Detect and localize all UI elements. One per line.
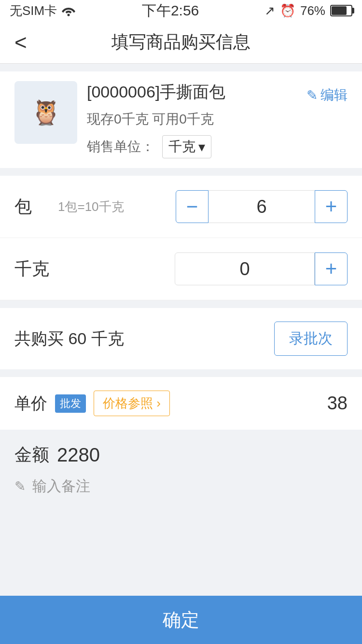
page-title: 填写商品购买信息 — [111, 30, 251, 54]
price-ref-button[interactable]: 价格参照 › — [94, 391, 170, 416]
carrier-text: 无SIM卡 — [10, 2, 57, 19]
summary-text: 共购买 60 千克 — [14, 328, 124, 350]
price-label: 单价 批发 价格参照 › — [14, 391, 170, 416]
price-section: 单价 批发 价格参照 › 38 — [0, 377, 362, 430]
amount-label: 金额 — [14, 443, 49, 467]
summary-section: 共购买 60 千克 录批次 — [0, 308, 362, 369]
product-unit-row: 销售单位： 千克 ▾ — [87, 135, 348, 158]
quantity-controls-kg: + — [175, 252, 348, 285]
plus-button-kg[interactable]: + — [315, 252, 348, 285]
remark-row[interactable]: ✎ 输入备注 — [14, 476, 348, 496]
quantity-label-bao: 包 — [14, 195, 53, 219]
remark-placeholder: 输入备注 — [32, 476, 90, 496]
status-right: ↗ ⏰ 76% — [265, 3, 352, 18]
quantity-section-bao: 包 1包=10千克 − + 千克 + — [0, 176, 362, 300]
svg-point-0 — [68, 14, 70, 16]
status-time: 下午2:56 — [142, 1, 199, 21]
back-button[interactable]: < — [14, 32, 27, 53]
status-bar: 无SIM卡 下午2:56 ↗ ⏰ 76% — [0, 0, 362, 21]
price-badge: 批发 — [55, 394, 86, 413]
unit-label: 销售单位： — [87, 138, 154, 156]
record-batch-button[interactable]: 录批次 — [274, 322, 348, 356]
quantity-row-kg: 千克 + — [0, 238, 362, 300]
product-image: 🦉 — [14, 81, 77, 144]
quantity-controls-bao: − + — [176, 190, 348, 223]
product-stock: 现存0千克 可用0千克 — [87, 110, 348, 128]
chevron-down-icon: ▾ — [198, 139, 205, 155]
location-icon: ↗ — [265, 3, 275, 18]
nav-bar: < 填写商品购买信息 — [0, 21, 362, 64]
price-value: 38 — [327, 393, 348, 414]
unit-value: 千克 — [168, 138, 195, 156]
product-logo-icon: 🦉 — [31, 98, 61, 126]
amount-row: 金额 2280 — [14, 443, 348, 467]
wifi-icon — [61, 5, 76, 16]
quantity-input-kg[interactable] — [175, 252, 315, 285]
plus-button-bao[interactable]: + — [315, 190, 348, 223]
edit-icon: ✎ — [306, 87, 318, 103]
edit-button[interactable]: ✎ 编辑 — [306, 86, 348, 104]
quantity-input-bao[interactable] — [209, 190, 315, 223]
quantity-label-kg: 千克 — [14, 257, 53, 281]
edit-label: 编辑 — [320, 86, 348, 104]
quantity-row-bao: 包 1包=10千克 − + — [0, 176, 362, 238]
product-section: 🦉 [0000006]手撕面包 现存0千克 可用0千克 销售单位： 千克 ▾ ✎… — [0, 71, 362, 168]
amount-value: 2280 — [57, 444, 100, 466]
status-carrier: 无SIM卡 — [10, 2, 76, 19]
confirm-button[interactable]: 确定 — [0, 596, 362, 644]
battery-percent: 76% — [300, 3, 325, 18]
amount-section: 金额 2280 ✎ 输入备注 — [0, 430, 362, 501]
minus-button-bao[interactable]: − — [176, 190, 209, 223]
alarm-icon: ⏰ — [280, 3, 295, 18]
unit-select[interactable]: 千克 ▾ — [162, 135, 211, 158]
quantity-hint-bao: 1包=10千克 — [58, 198, 176, 215]
price-row: 单价 批发 价格参照 › 38 — [14, 391, 348, 416]
battery-icon — [330, 5, 352, 16]
pencil-icon: ✎ — [14, 478, 26, 494]
price-text: 单价 — [14, 392, 47, 415]
